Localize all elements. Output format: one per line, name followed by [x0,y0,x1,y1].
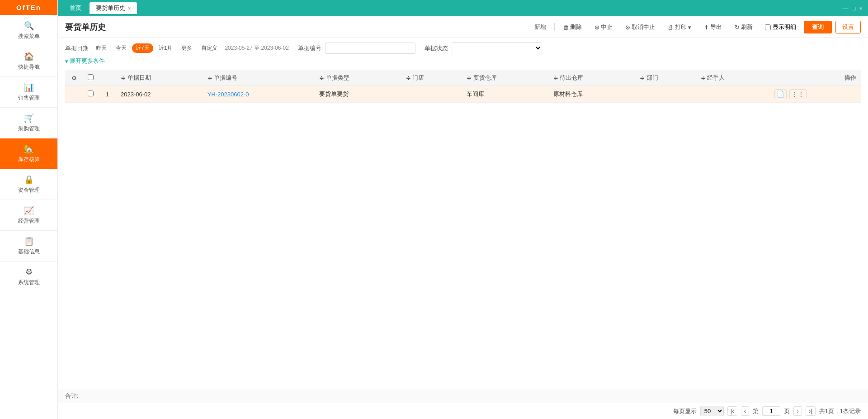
date-btn-7days[interactable]: 近7天 [132,43,153,53]
export-label: 导出 [710,23,722,31]
cell-handler [696,86,770,103]
system-icon: ⚙ [25,267,33,277]
cell-store [401,86,462,103]
finance-icon: 🔒 [24,175,34,185]
finance-label: 资金管理 [18,186,40,194]
delete-label: 删除 [570,23,582,31]
operation-icon: 📈 [24,205,34,215]
cell-doc-no[interactable]: YH-20230602-0 [203,86,315,103]
row-more-icon[interactable]: ⋮⋮ [789,89,807,99]
page-size-select[interactable]: 50 10 20 100 [700,406,724,416]
col-doc-date[interactable]: ≑ 单据日期 [116,70,203,86]
col-doc-no[interactable]: ≑ 单据编号 [203,70,315,86]
tab-home[interactable]: 首页 [63,2,88,14]
print-button[interactable]: 🖨 打印 ▾ [663,21,696,33]
col-dept[interactable]: ≑ 部门 [635,70,696,86]
date-filter-label: 单据日期 [65,44,89,52]
sidebar-item-sales[interactable]: 📊销售管理 [0,77,57,108]
display-detail-checkbox[interactable] [765,24,771,30]
refresh-icon: ↻ [735,24,740,31]
cell-settings [65,86,83,103]
cell-operation: 📄 ⋮⋮ [770,86,861,103]
col-handler-label: ≑ 经手人 [701,74,725,81]
doc-no-label: 单据编号 [298,44,321,52]
query-button[interactable]: 查询 [804,21,832,33]
cell-rownum: 1 [98,86,116,103]
date-btn-custom[interactable]: 自定义 [198,43,221,53]
tab-close-icon[interactable]: × [128,5,131,11]
new-button[interactable]: + 新增 [525,21,551,33]
col-req-warehouse[interactable]: ≑ 要货仓库 [462,70,549,86]
stop-label: 中止 [601,23,613,31]
select-all-checkbox[interactable] [88,74,94,80]
date-filter-group: 单据日期 昨天 今天 近7天 近1月 更多 自定义 2023-05-27 至 2… [65,43,289,53]
window-maximize-btn[interactable]: □ [852,5,856,12]
sidebar-item-inventory[interactable]: 🏡库存核算 [0,138,57,169]
doc-no-input[interactable] [325,43,415,54]
brand-logo: OfTEn [0,0,57,15]
col-doc-type[interactable]: ≑ 单据类型 [315,70,401,86]
date-btn-yesterday[interactable]: 昨天 [92,43,110,53]
refresh-button[interactable]: ↻ 刷新 [730,21,757,33]
sidebar-item-finance[interactable]: 🔒资金管理 [0,169,57,200]
date-btn-1month[interactable]: 近1月 [155,43,176,53]
col-doc-type-label: ≑ 单据类型 [319,74,349,81]
col-dept-label: ≑ 部门 [640,74,658,81]
date-btn-more[interactable]: 更多 [178,43,196,53]
cancel-stop-button[interactable]: ⊗ 取消中止 [621,21,660,33]
sidebar-item-operation[interactable]: 📈经营管理 [0,200,57,231]
table-row[interactable]: 1 2023-06-02 YH-20230602-0 要货单要货 车间库 原材料… [65,86,861,103]
first-page-btn[interactable]: |‹ [727,406,737,416]
table-header-row: ⚙ ≑ 单据日期 ≑ 单据编号 ≑ 单据类型 ≑ 门店 ≑ 要货仓库 ≑ 待出仓… [65,70,861,86]
col-store[interactable]: ≑ 门店 [401,70,462,86]
last-page-btn[interactable]: ›| [806,406,816,416]
window-minimize-btn[interactable]: — [843,5,849,12]
tab-current[interactable]: 要货单历史 × [90,2,137,14]
doc-no-link[interactable]: YH-20230602-0 [208,91,249,98]
quick-nav-label: 快捷导航 [18,63,40,71]
page-number-input[interactable] [762,406,780,416]
sidebar-item-basic-info[interactable]: 📋基础信息 [0,231,57,262]
status-select[interactable] [452,42,542,54]
delete-button[interactable]: 🗑 删除 [558,21,586,33]
cancel-stop-icon: ⊗ [625,24,630,31]
cell-checkbox[interactable] [83,86,98,103]
window-close-btn[interactable]: × [859,5,863,12]
prev-page-btn[interactable]: ‹ [741,406,749,416]
sidebar-item-system[interactable]: ⚙系统管理 [0,262,57,292]
purchase-icon: 🛒 [24,113,34,123]
cell-doc-date: 2023-06-02 [116,86,203,103]
main-area: 首页 要货单历史 × — □ × 要货单历史 + 新增 🗑 删除 [58,0,868,419]
data-table: ⚙ ≑ 单据日期 ≑ 单据编号 ≑ 单据类型 ≑ 门店 ≑ 要货仓库 ≑ 待出仓… [65,70,861,103]
row-edit-icon[interactable]: 📄 [774,89,787,99]
new-label: + 新增 [529,23,546,31]
setting-button[interactable]: 设置 [835,21,861,33]
total-info: 共1页，1条记录 [819,407,861,415]
col-settings[interactable]: ⚙ [65,70,83,86]
col-doc-no-label: ≑ 单据编号 [208,74,238,81]
tab-current-label: 要货单历史 [96,4,125,12]
expand-filter-btn[interactable]: ▾ 展开更多条件 [65,57,861,65]
sidebar-item-search-menu[interactable]: 🔍搜索菜单 [0,15,57,46]
next-page-btn[interactable]: › [793,406,802,416]
expand-label: 展开更多条件 [70,57,105,65]
print-arrow: ▾ [688,24,691,31]
col-pending-warehouse[interactable]: ≑ 待出仓库 [549,70,636,86]
col-handler[interactable]: ≑ 经手人 [696,70,770,86]
export-button[interactable]: ⬆ 导出 [699,21,726,33]
col-rownum [98,70,116,86]
sidebar-item-quick-nav[interactable]: 🏠快捷导航 [0,46,57,77]
col-store-label: ≑ 门店 [406,74,425,81]
search-menu-icon: 🔍 [24,21,34,31]
header-actions: + 新增 🗑 删除 ⊗ 中止 ⊗ 取消中止 🖨 打印 [525,21,861,33]
table-area: ⚙ ≑ 单据日期 ≑ 单据编号 ≑ 单据类型 ≑ 门店 ≑ 要货仓库 ≑ 待出仓… [58,70,868,389]
display-detail-toggle[interactable]: 显示明细 [765,23,796,31]
page-title: 要货单历史 [65,22,106,33]
date-btn-today[interactable]: 今天 [112,43,130,53]
row-checkbox[interactable] [88,90,94,96]
stop-button[interactable]: ⊗ 中止 [590,21,617,33]
system-label: 系统管理 [18,279,40,286]
inventory-icon: 🏡 [24,144,34,154]
basic-info-icon: 📋 [24,236,34,246]
sidebar-item-purchase[interactable]: 🛒采购管理 [0,108,57,138]
